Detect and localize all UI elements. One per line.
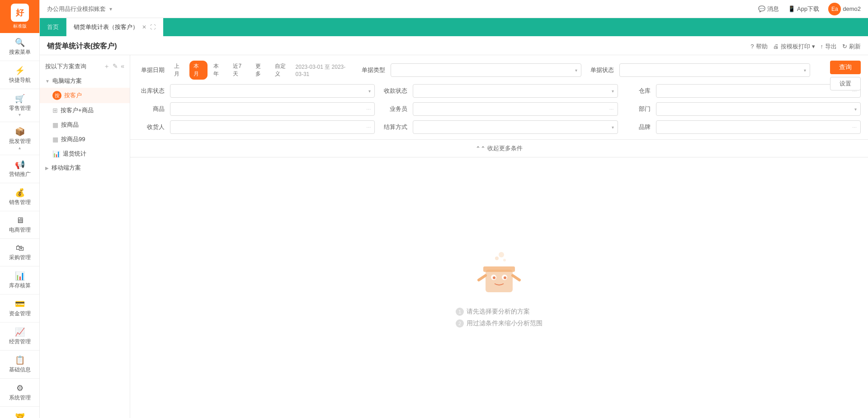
brand-label: 品牌 <box>623 123 651 131</box>
out-status-arrow-icon: ▾ <box>368 89 371 94</box>
tree-group-desktop-label[interactable]: ▼ 电脑端方案 <box>40 74 130 88</box>
sidebar-item-nav[interactable]: ⚡ 快捷导航 <box>0 61 39 89</box>
date-more-btn[interactable]: 更多 <box>251 61 269 80</box>
sidebar-item-label: 资金管理 <box>9 310 31 318</box>
svg-point-10 <box>503 259 506 261</box>
settle-select[interactable]: ▾ <box>413 120 618 134</box>
sidebar-item-wholesale[interactable]: 📦 批发管理 ▴ <box>0 122 39 155</box>
print-icon: 🖨 <box>773 43 779 50</box>
mobile-group-text: 移动端方案 <box>52 164 81 172</box>
sidebar-item-sales[interactable]: 💰 销售管理 <box>0 183 39 211</box>
inventory-icon: 📊 <box>15 271 25 281</box>
export-btn[interactable]: ↑ 导出 <box>821 43 837 51</box>
print-btn[interactable]: 🖨 按模板打印 ▾ <box>773 43 815 51</box>
settle-label: 结算方式 <box>380 123 407 131</box>
user-name: demo2 <box>843 5 861 12</box>
sidebar-item-search[interactable]: 🔍 搜索菜单 <box>0 33 39 61</box>
tab-sales-stats[interactable]: 销货单统计表（按客户） ✕ ⛶ <box>66 18 163 36</box>
main-area: 办公用品行业模拟账套 ▾ 💬 消息 📱 App下载 Ea demo2 首页 销货… <box>40 0 868 418</box>
retail-icon: 🛒 <box>15 94 25 104</box>
sidebar-item-operations[interactable]: 📈 经营管理 <box>0 323 39 351</box>
help-label: 帮助 <box>756 43 768 51</box>
dept-arrow-icon: ▾ <box>854 107 857 112</box>
industry-dropdown[interactable]: ▾ <box>109 6 112 12</box>
settle-arrow-icon: ▾ <box>612 125 614 130</box>
tab-maximize-btn[interactable]: ⛶ <box>150 24 156 30</box>
sidebar-item-ecommerce[interactable]: 🖥 电商管理 <box>0 211 39 239</box>
tree-item-goods99[interactable]: ▦ 按商品99 <box>40 132 130 147</box>
hint-text-1: 请先选择要分析的方案 <box>467 308 530 316</box>
date-this-month-btn[interactable]: 本月 <box>189 61 207 80</box>
export-label: 导出 <box>825 43 837 51</box>
svg-rect-1 <box>483 266 515 272</box>
sidebar-item-collab[interactable]: 🤝 企业协同 <box>0 407 39 418</box>
operations-icon: 📈 <box>15 327 25 337</box>
bill-status-select[interactable]: ▾ <box>619 63 810 77</box>
sidebar-item-label: 批发管理 <box>9 138 31 145</box>
tree-item-return[interactable]: 📊 退货统计 <box>40 147 130 161</box>
staff-label: 业务员 <box>380 105 407 113</box>
edit-scheme-btn[interactable]: ✎ <box>113 62 118 71</box>
goods-select[interactable]: ··· <box>170 102 375 116</box>
sidebar-item-system[interactable]: ⚙ 系统管理 <box>0 379 39 407</box>
sidebar-logo[interactable]: 好 标准版 <box>0 0 39 33</box>
user-info[interactable]: Ea demo2 <box>828 3 861 15</box>
sidebar-item-retail[interactable]: 🛒 零售管理 ▾ <box>0 89 39 122</box>
tree-group-mobile: ▶ 移动端方案 <box>40 161 130 175</box>
search-icon: 🔍 <box>15 38 25 48</box>
settings-button[interactable]: 设置 <box>830 77 861 90</box>
message-btn[interactable]: 💬 消息 <box>758 5 779 13</box>
tab-close-btn[interactable]: ✕ <box>142 24 146 30</box>
date-custom-btn[interactable]: 自定义 <box>271 61 293 80</box>
hint-num-1: 1 <box>456 308 464 316</box>
chart-icon: 📊 <box>52 150 60 157</box>
sidebar-item-inventory[interactable]: 📊 库存核算 <box>0 266 39 294</box>
query-button[interactable]: 查询 <box>830 61 861 74</box>
out-status-select[interactable]: ▾ <box>170 84 375 98</box>
svg-rect-0 <box>486 270 513 292</box>
tree-item-customer-goods[interactable]: ⊞ 按客户+商品 <box>40 103 130 118</box>
sidebar-item-label: 采购管理 <box>9 254 31 261</box>
brand-select[interactable]: ··· <box>656 120 861 134</box>
date-filter-area: 上月 本月 本年 近7天 更多 自定义 2023-03-01 至 2023-03… <box>170 61 353 80</box>
receiver-select[interactable]: ··· <box>170 120 375 134</box>
help-btn[interactable]: ? 帮助 <box>750 43 767 51</box>
dept-label: 部门 <box>623 105 651 113</box>
page-header: 销货单统计表(按客户) ? 帮助 🖨 按模板打印 ▾ ↑ 导出 ↻ 刷新 <box>40 36 868 55</box>
tree-item-customer[interactable]: 按 按客户 <box>40 88 130 103</box>
triangle-right-icon: ▶ <box>45 166 49 171</box>
app-icon: 📱 <box>788 5 795 12</box>
system-icon: ⚙ <box>16 383 24 393</box>
svg-line-7 <box>513 276 519 280</box>
filter-row-3: 商品 ··· 业务员 ··· 部门 <box>137 102 861 116</box>
sidebar-item-basic[interactable]: 📋 基础信息 <box>0 351 39 379</box>
sidebar-item-marketing[interactable]: 📢 营销推广 <box>0 155 39 183</box>
brand-dots-icon: ··· <box>852 124 857 130</box>
tab-home[interactable]: 首页 <box>40 18 66 36</box>
collapse-panel-btn[interactable]: « <box>121 62 124 71</box>
staff-select[interactable]: ··· <box>413 102 618 116</box>
add-scheme-btn[interactable]: ＋ <box>104 62 110 71</box>
sidebar-item-finance[interactable]: 💳 资金管理 <box>0 294 39 323</box>
goods-label: 商品 <box>137 105 165 113</box>
marketing-icon: 📢 <box>15 160 25 170</box>
bill-type-select[interactable]: ▾ <box>391 63 581 77</box>
tree-group-mobile-label[interactable]: ▶ 移动端方案 <box>40 161 130 175</box>
collapse-btn[interactable]: ⌃⌃ 收起更多条件 <box>468 142 530 154</box>
tree-item-goods[interactable]: ▦ 按商品 <box>40 118 130 132</box>
date-7days-btn[interactable]: 近7天 <box>229 61 249 80</box>
refresh-btn[interactable]: ↻ 刷新 <box>842 43 861 51</box>
topbar-left: 办公用品行业模拟账套 ▾ <box>47 5 112 13</box>
tree-item-customer-goods-label: 按客户+商品 <box>61 106 94 114</box>
date-this-year-btn[interactable]: 本年 <box>209 61 227 80</box>
dept-select[interactable]: ▾ <box>656 102 861 116</box>
sidebar-item-label: 搜索菜单 <box>9 48 31 56</box>
filter-area: 单据日期 上月 本月 本年 近7天 更多 自定义 2023-03-01 至 20… <box>130 55 868 140</box>
date-prev-month-btn[interactable]: 上月 <box>170 61 188 80</box>
tree-item-return-label: 退货统计 <box>63 150 86 158</box>
panel-header-actions: ＋ ✎ « <box>104 62 124 71</box>
collect-status-select[interactable]: ▾ <box>413 84 618 98</box>
filter-row-4: 收货人 ··· 结算方式 ▾ 品牌 <box>137 120 861 134</box>
app-download-btn[interactable]: 📱 App下载 <box>788 5 819 13</box>
sidebar-item-purchase[interactable]: 🛍 采购管理 <box>0 239 39 266</box>
